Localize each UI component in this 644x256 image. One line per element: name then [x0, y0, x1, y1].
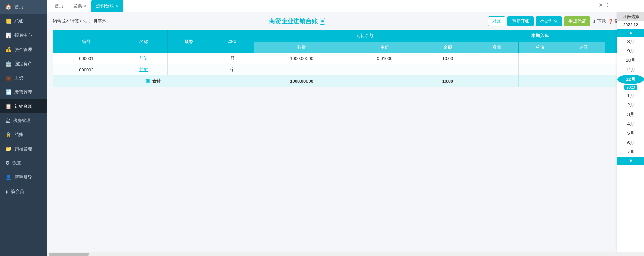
col-opening-balance: 期初余额 [254, 30, 475, 42]
month-item-2023-3[interactable]: 3月 [617, 110, 644, 119]
close-period-icon: 🔒 [5, 132, 12, 138]
home-icon: 🏠 [5, 4, 12, 10]
total-label-cell: ▣ 合计 [53, 75, 254, 87]
invoice-mgmt-icon: 🧾 [5, 89, 12, 95]
sidebar-item-label: 税务管理 [13, 118, 31, 124]
cell-in-amount [562, 53, 605, 64]
sidebar-item-payroll[interactable]: 💼 工资 [0, 71, 47, 85]
settings-icon: ⚙ [5, 160, 10, 166]
month-item-12[interactable]: 12月 [617, 75, 644, 84]
name-link[interactable]: 前缸 [139, 67, 148, 72]
month-panel-year-2022: 2022.12 [617, 21, 644, 29]
window-close-button[interactable]: ✕ [597, 2, 604, 8]
sidebar-item-label: 设置 [12, 160, 21, 166]
month-item-2023-6[interactable]: 6月 [617, 138, 644, 148]
assets-icon: 🏢 [5, 61, 12, 67]
month-item-2023-5[interactable]: 5月 [617, 129, 644, 138]
table-row: 000002 前缸 个 [53, 64, 639, 75]
sidebar-item-archive[interactable]: 📁 归档管理 [0, 142, 47, 156]
sidebar-item-settings[interactable]: ⚙ 设置 [0, 156, 47, 170]
total-label: 合计 [152, 78, 161, 83]
sidebar-item-stock[interactable]: 📋 进销台账 [0, 99, 47, 113]
cell-id: 000001 [53, 53, 120, 64]
sidebar-item-finance[interactable]: 💰 资金管理 [0, 43, 47, 57]
sidebar-item-close[interactable]: 🔒 结账 [0, 128, 47, 142]
reports-icon: 📊 [5, 32, 12, 39]
month-item-2023-4[interactable]: 4月 [617, 119, 644, 129]
sidebar-item-label: 畅会员 [11, 188, 24, 195]
month-item-2023-1[interactable]: 1月 [617, 91, 644, 100]
col-current-in: 本期入库 [475, 30, 605, 42]
month-item-2023-7[interactable]: 7月 [617, 148, 644, 157]
cell-opening-qty [254, 64, 349, 75]
action-bar: 对账 重新开账 存货别名 生成凭证 ⬇ 下载 ❓ 帮助 ↻ 刷新 [488, 16, 639, 26]
cell-name: 前缸 [120, 64, 168, 75]
sidebar-item-invoice-mgmt[interactable]: 🧾 发票管理 [0, 85, 47, 99]
month-item-11[interactable]: 11月 [617, 65, 644, 75]
cell-spec [168, 53, 211, 64]
sidebar-item-label: 报表中心 [14, 32, 32, 39]
month-scroll-down[interactable]: ▼ [617, 157, 644, 165]
vip-icon: ♦ [5, 189, 8, 195]
save-alias-button[interactable]: 存货别名 [536, 16, 562, 26]
horizontal-scrollbar[interactable] [47, 252, 644, 256]
sidebar-item-home[interactable]: 🏠 首页 [0, 0, 47, 14]
month-panel: 月份选择 2022.12 ▲ 8月 9月 10月 11月 12月 2023 1月… [617, 12, 644, 252]
sidebar-item-vip[interactable]: ♦ 畅会员 [0, 184, 47, 199]
total-row: ▣ 合计 1000.00000 10.00 [53, 75, 639, 87]
sub-in-amount: 金额 [562, 42, 605, 53]
tab-stock-ledger-close[interactable]: × [116, 4, 118, 8]
payroll-icon: 💼 [5, 75, 12, 81]
tab-home[interactable]: 首页 [50, 0, 68, 12]
sub-in-price: 单价 [519, 42, 562, 53]
month-panel-title: 月份选择 [617, 12, 644, 21]
sidebar-item-label: 固定资产 [14, 61, 32, 67]
month-item-10[interactable]: 10月 [617, 56, 644, 65]
sidebar-item-assets[interactable]: 🏢 固定资产 [0, 57, 47, 71]
top-bar: 销售成本计算方法： 月平均 商贸企业进销台账 ≡ 对账 重新开账 存货别名 生成… [53, 16, 639, 26]
sub-opening-amount: 金额 [420, 42, 475, 53]
sidebar-item-label: 归档管理 [14, 146, 32, 152]
sub-opening-qty: 数量 [254, 42, 349, 53]
cell-opening-amount [420, 64, 475, 75]
tax-icon: 🏛 [5, 118, 10, 124]
sub-in-qty: 数量 [475, 42, 519, 53]
sidebar-item-tax[interactable]: 🏛 税务管理 [0, 113, 47, 128]
month-item-9[interactable]: 9月 [617, 46, 644, 56]
content-area: 销售成本计算方法： 月平均 商贸企业进销台账 ≡ 对账 重新开账 存货别名 生成… [47, 12, 644, 252]
total-in-amount [562, 75, 605, 87]
guide-icon: 👤 [5, 174, 12, 180]
download-icon: ⬇ [592, 19, 596, 24]
name-link[interactable]: 前缸 [139, 56, 148, 61]
month-item-2023-2[interactable]: 2月 [617, 100, 644, 110]
main-area: ✕ ⛶ 首页 发票 × 进销台账 × 销售成本计算方法： 月平均 商贸企业进销台… [47, 0, 644, 256]
sidebar-item-guide[interactable]: 👤 新手引导 [0, 170, 47, 184]
generate-voucher-button[interactable]: 生成凭证 [564, 16, 590, 26]
tab-invoice-close[interactable]: × [84, 4, 86, 8]
download-button[interactable]: ⬇ 下载 [592, 18, 606, 24]
tab-home-label: 首页 [55, 3, 63, 9]
reopen-button[interactable]: 重新开账 [507, 16, 534, 26]
cell-opening-price [349, 64, 420, 75]
sidebar-item-ledger[interactable]: 📒 总账 [0, 14, 47, 28]
month-scroll-up[interactable]: ▲ [617, 29, 644, 37]
cost-method: 销售成本计算方法： 月平均 [53, 18, 107, 24]
cell-unit: 个 [211, 64, 254, 75]
window-maximize-button[interactable]: ⛶ [606, 2, 614, 8]
scrollbar-thumb[interactable] [49, 253, 89, 256]
tab-stock-ledger[interactable]: 进销台账 × [91, 0, 123, 12]
total-icon: ▣ [146, 78, 150, 83]
sidebar-item-reports[interactable]: 📊 报表中心 [0, 28, 47, 43]
reconcile-button[interactable]: 对账 [488, 16, 505, 26]
tab-invoice[interactable]: 发票 × [68, 0, 91, 12]
title-info-icon[interactable]: ≡ [320, 18, 325, 25]
table-row: 000001 前缸 只 1000.00000 0.01000 10.00 [53, 53, 639, 64]
sidebar-item-label: 新手引导 [14, 174, 32, 180]
month-item-8[interactable]: 8月 [617, 37, 644, 46]
help-icon: ❓ [608, 19, 613, 24]
total-opening-amount: 10.00 [420, 75, 475, 87]
cell-opening-qty: 1000.00000 [254, 53, 349, 64]
cell-in-price [519, 64, 562, 75]
total-opening-price [349, 75, 420, 87]
sidebar-item-label: 进销台账 [14, 103, 32, 109]
